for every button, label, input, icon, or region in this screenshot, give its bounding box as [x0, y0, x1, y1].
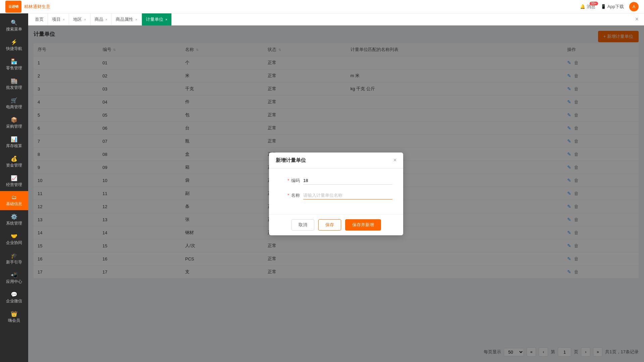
tab-project-close[interactable]: ×	[63, 17, 65, 21]
sidebar-item-search[interactable]: 🔍 搜索菜单	[0, 16, 28, 36]
modal-footer: 取消 保存 保存并新增	[269, 214, 403, 235]
nav-icon: ⚡	[3, 39, 25, 45]
sidebar-item-basic-info[interactable]: 🗂 基础信息	[0, 191, 28, 210]
operations-icon: 📈	[3, 175, 25, 181]
avatar[interactable]: A	[629, 2, 639, 11]
tab-product-close[interactable]: ×	[105, 17, 107, 21]
wholesale-icon: 🏬	[3, 78, 25, 84]
basic-info-icon: 🗂	[3, 194, 25, 200]
sidebar-item-newbie[interactable]: 🎓 新手引导	[0, 249, 28, 268]
ecommerce-icon: 🛒	[3, 97, 25, 104]
content-area: 首页 项目 × 地区 × 商品 × 商品属性 × 计量单位 × ×	[28, 13, 644, 362]
sidebar-item-finance[interactable]: 💰 资金管理	[0, 152, 28, 172]
app-download-label: App下载	[607, 4, 624, 10]
name-label: * 名称	[280, 192, 300, 198]
sidebar-label-wecom: 企业微信	[3, 298, 25, 304]
tab-product-attr[interactable]: 商品属性 ×	[112, 13, 142, 25]
tab-project[interactable]: 项目 ×	[48, 13, 69, 25]
sidebar-item-retail[interactable]: 🏪 零售管理	[0, 55, 28, 74]
system-icon: ⚙️	[3, 214, 25, 220]
tab-product-label: 商品	[95, 16, 103, 22]
sidebar-item-inventory[interactable]: 📊 库存核算	[0, 133, 28, 152]
logo-area: 云进销 精林通财生意	[5, 1, 50, 13]
sidebar-label-operations: 经营管理	[3, 182, 25, 188]
sidebar-label-enterprise: 企业协同	[3, 240, 25, 246]
sidebar-item-app-center[interactable]: 📲 应用中心	[0, 268, 28, 288]
tab-unit[interactable]: 计量单位 ×	[142, 13, 172, 25]
enterprise-icon: 🤝	[3, 233, 25, 239]
message-badge: 99+	[590, 2, 598, 5]
tab-home-label: 首页	[35, 16, 44, 22]
sidebar-item-quicknav[interactable]: ⚡ 快捷导航	[0, 36, 28, 55]
sidebar-item-purchase[interactable]: 📦 采购管理	[0, 113, 28, 133]
finance-icon: 💰	[3, 156, 25, 162]
modal-overlay: 新增计量单位 × * 编码 *	[28, 25, 644, 362]
logo-icon: 云进销	[5, 1, 21, 13]
tab-product-attr-label: 商品属性	[116, 16, 133, 22]
tab-region-label: 地区	[73, 16, 82, 22]
sidebar-label-newbie: 新手引导	[3, 259, 25, 265]
sidebar-item-wecom[interactable]: 💬 企业微信	[0, 288, 28, 307]
sidebar-label-ecommerce: 电商管理	[3, 104, 25, 110]
sidebar: 🔍 搜索菜单 ⚡ 快捷导航 🏪 零售管理 🏬 批发管理 🛒 电商管理 📦 采购管…	[0, 13, 28, 362]
inventory-icon: 📊	[3, 136, 25, 142]
modal-header: 新增计量单位 ×	[269, 153, 403, 169]
sidebar-item-member[interactable]: 👑 嗨会员	[0, 307, 28, 327]
app-center-icon: 📲	[3, 272, 25, 278]
name-input[interactable]	[303, 191, 392, 199]
cancel-button[interactable]: 取消	[291, 219, 314, 231]
wecom-icon: 💬	[3, 291, 25, 298]
main-layout: 🔍 搜索菜单 ⚡ 快捷导航 🏪 零售管理 🏬 批发管理 🛒 电商管理 📦 采购管…	[0, 13, 644, 362]
tab-unit-close[interactable]: ×	[165, 17, 167, 21]
search-icon: 🔍	[3, 19, 25, 26]
top-header: 云进销 精林通财生意 🔔 消息 99+ 📱 App下载 A	[0, 0, 644, 13]
sidebar-label-search: 搜索菜单	[3, 26, 25, 32]
sidebar-item-system[interactable]: ⚙️ 系统管理	[0, 210, 28, 230]
sidebar-label-finance: 资金管理	[3, 163, 25, 168]
sidebar-label-purchase: 采购管理	[3, 124, 25, 129]
form-row-name: * 名称	[280, 191, 392, 199]
form-row-code: * 编码	[280, 177, 392, 185]
bell-icon: 🔔	[580, 4, 585, 9]
sidebar-label-system: 系统管理	[3, 221, 25, 226]
page-content: 计量单位 + 新增计量单位 序号 编号 ⇅ 名称 ⇅ 状态 ⇅ 计量单位匹配的名…	[28, 25, 644, 362]
modal-title: 新增计量单位	[276, 157, 306, 164]
modal-close-btn[interactable]: ×	[393, 157, 396, 163]
member-icon: 👑	[3, 311, 25, 317]
tab-home[interactable]: 首页	[31, 13, 48, 25]
sidebar-label-retail: 零售管理	[3, 65, 25, 71]
retail-icon: 🏪	[3, 58, 25, 65]
sidebar-item-wholesale[interactable]: 🏬 批发管理	[0, 74, 28, 94]
add-unit-modal: 新增计量单位 × * 编码 *	[269, 153, 403, 235]
sidebar-item-operations[interactable]: 📈 经营管理	[0, 172, 28, 191]
phone-icon: 📱	[601, 4, 606, 9]
tabs-bar: 首页 项目 × 地区 × 商品 × 商品属性 × 计量单位 × ×	[28, 13, 644, 25]
code-label: * 编码	[280, 178, 300, 184]
sidebar-item-enterprise[interactable]: 🤝 企业协同	[0, 230, 28, 249]
tab-unit-label: 计量单位	[146, 16, 163, 22]
sidebar-label-quicknav: 快捷导航	[3, 46, 25, 52]
save-and-new-button[interactable]: 保存并新增	[345, 219, 381, 231]
sidebar-label-app-center: 应用中心	[3, 279, 25, 285]
newbie-icon: 🎓	[3, 252, 25, 259]
sidebar-label-wholesale: 批发管理	[3, 85, 25, 90]
app-download-btn[interactable]: 📱 App下载	[601, 4, 624, 10]
close-all-tabs-btn[interactable]: ×	[632, 16, 641, 23]
save-button[interactable]: 保存	[318, 219, 341, 231]
sidebar-label-inventory: 库存核算	[3, 143, 25, 149]
sidebar-label-member: 嗨会员	[3, 318, 25, 323]
sidebar-item-ecommerce[interactable]: 🛒 电商管理	[0, 94, 28, 113]
modal-body: * 编码 * 名称	[269, 169, 403, 214]
tab-product[interactable]: 商品 ×	[91, 13, 112, 25]
code-input[interactable]	[303, 177, 392, 185]
tab-region[interactable]: 地区 ×	[69, 13, 90, 25]
tab-region-close[interactable]: ×	[84, 17, 86, 21]
message-btn[interactable]: 🔔 消息 99+	[580, 4, 595, 10]
tab-product-attr-close[interactable]: ×	[135, 17, 137, 21]
app-name: 精林通财生意	[24, 4, 50, 10]
purchase-icon: 📦	[3, 117, 25, 123]
tab-project-label: 项目	[52, 16, 61, 22]
header-right: 🔔 消息 99+ 📱 App下载 A	[580, 2, 639, 11]
sidebar-label-basic-info: 基础信息	[3, 201, 25, 207]
